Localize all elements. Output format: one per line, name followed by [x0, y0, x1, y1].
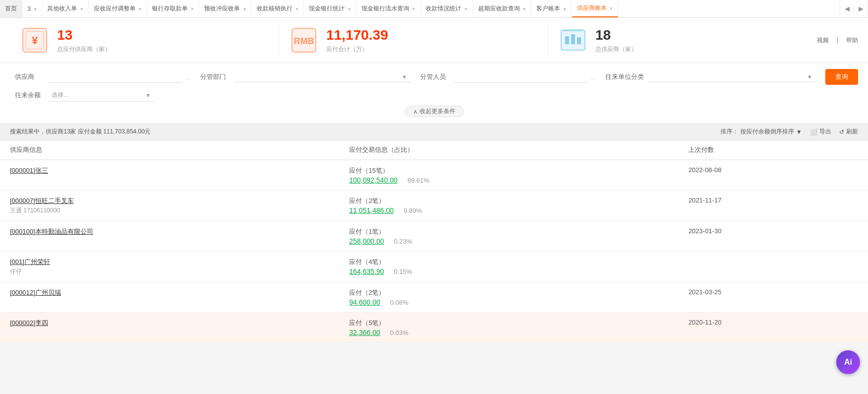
nav-cash-bank-flow-label: 现金银行流水查询	[362, 4, 409, 13]
tx-label-2: 应付（2笔）	[349, 197, 688, 205]
filter-person: 分管人员 ...	[415, 71, 600, 83]
tx-percent-5: 0.08%	[390, 299, 408, 306]
supplier-link-4[interactable]: [001]广州荣轩	[10, 258, 349, 266]
person-input[interactable]	[454, 71, 588, 83]
result-actions: 排序： 按应付余额倒序排序 ▼ ⬜ 导出 ↺ 刷新	[721, 128, 858, 136]
nav-receipt-stat-close[interactable]: ×	[464, 6, 467, 12]
table-row: [001]广州荣轩 仔仔 应付（4笔） 164,635.90 0.15%	[0, 252, 868, 282]
nav-receipt-verify-close[interactable]: ×	[295, 6, 298, 12]
nav-prev-arrow[interactable]: ◀	[840, 0, 854, 18]
nav-ar-ap-adjust-close[interactable]: ×	[139, 6, 142, 12]
nav-tab3[interactable]: 3 ×	[22, 0, 42, 17]
table-header: 供应商信息 应付交易信息（占比） 上次付数	[0, 140, 868, 160]
supplier-sub-2: 王通 17106110000	[10, 206, 349, 215]
tx-amount-2[interactable]: 11,051,486.00	[349, 206, 394, 214]
category-select[interactable]: ▼	[648, 72, 815, 82]
tx-cell-5: 应付（2笔） 94,600.00 0.08%	[349, 288, 688, 306]
supplier-cell-3: [000100]本特勤油品有限公司	[10, 227, 349, 237]
nav-prepay-ar-close[interactable]: ×	[243, 6, 246, 12]
nav-cash-bank-stat[interactable]: 现金银行统计 ×	[304, 0, 356, 17]
sort-select[interactable]: 排序： 按应付余额倒序排序 ▼	[721, 128, 802, 136]
nav-receipt-stat[interactable]: 收款情况统计 ×	[421, 0, 473, 17]
balance-select[interactable]: 选择... ▼	[49, 89, 154, 102]
nav-customer-ledger-close[interactable]: ×	[563, 6, 566, 12]
help-link[interactable]: 帮助	[846, 36, 858, 45]
nav-prepay-ar[interactable]: 预收冲应收单 ×	[199, 0, 251, 17]
dept-dropdown-arrow: ▼	[402, 74, 407, 80]
svg-rect-6	[565, 36, 569, 44]
svg-rect-7	[571, 34, 575, 44]
refresh-action[interactable]: ↺ 刷新	[839, 128, 858, 136]
balance-select-text: 选择...	[52, 91, 69, 99]
nav-overdue-ar-close[interactable]: ×	[523, 6, 526, 12]
tx-amount-3[interactable]: 258,000.00	[349, 237, 384, 245]
collapse-button[interactable]: ∧ 收起更多条件	[405, 106, 464, 117]
nav-other-income-label: 其他收入单	[47, 4, 77, 13]
tx-amount-1[interactable]: 100,092,540.00	[349, 176, 397, 184]
payable-total-icon: RMB	[289, 25, 319, 55]
nav-bank-deposit-close[interactable]: ×	[191, 6, 194, 12]
last-pay-6: 2020-11-20	[688, 319, 858, 326]
nav-next-arrow[interactable]: ▶	[854, 0, 868, 18]
tx-percent-2: 9.89%	[404, 207, 422, 214]
payable-total-label: 应付合计（万）	[326, 45, 538, 54]
balance-label: 往来余额	[15, 91, 45, 100]
filter-dept: 分管部门 ▼	[195, 72, 415, 82]
nav-supplier-ledger[interactable]: 供应商账本 ×	[572, 0, 618, 17]
person-dots[interactable]: ...	[590, 73, 595, 81]
tx-cell-2: 应付（2笔） 11,051,486.00 9.89%	[349, 197, 688, 214]
supplier-link-1[interactable]: [000001]张三	[10, 166, 349, 175]
nav-overdue-ar[interactable]: 超期应收款查询 ×	[473, 0, 531, 17]
tx-label-6: 应付（5笔）	[349, 319, 688, 328]
payable-total-number: 11,170.39	[326, 27, 538, 44]
person-label: 分管人员	[420, 72, 450, 81]
supplier-link-6[interactable]: [000002]李四	[10, 319, 349, 328]
nav-home[interactable]: 首页	[0, 0, 22, 17]
nav-other-income-close[interactable]: ×	[80, 6, 83, 12]
video-link[interactable]: 视频	[817, 36, 829, 45]
nav-ar-ap-adjust-label: 应收应付调整单	[94, 4, 136, 13]
nav-receipt-verify[interactable]: 收款核销执行 ×	[252, 0, 304, 17]
nav-bank-deposit[interactable]: 银行存取款单 ×	[147, 0, 199, 17]
supplier-cell-5: [000012]广州贝瑞	[10, 288, 349, 298]
category-dropdown-arrow: ▼	[807, 74, 812, 80]
nav-other-income[interactable]: 其他收入单 ×	[42, 0, 88, 17]
svg-rect-8	[577, 37, 581, 44]
tx-amount-4[interactable]: 164,635.90	[349, 267, 384, 275]
collapse-arrow-icon: ∧	[413, 108, 418, 115]
dept-select[interactable]: ▼	[234, 72, 410, 82]
refresh-label: 刷新	[846, 128, 858, 136]
tx-amount-6[interactable]: 32,366.00	[349, 328, 380, 336]
nav-supplier-ledger-close[interactable]: ×	[610, 5, 613, 11]
query-button[interactable]: 查询	[825, 69, 858, 85]
payable-suppliers-label: 总应付供应商（家）	[57, 45, 269, 54]
table-row: [000100]本特勤油品有限公司 应付（1笔） 258,000.00 0.23…	[0, 221, 868, 252]
supplier-link-2[interactable]: [000007]恒旺二手叉车	[10, 197, 349, 205]
col-last-pay: 上次付数	[688, 145, 858, 154]
export-action[interactable]: ⬜ 导出	[810, 128, 831, 136]
tx-row-5: 94,600.00 0.08%	[349, 297, 688, 306]
nav-ar-ap-adjust[interactable]: 应收应付调整单 ×	[89, 0, 147, 17]
tx-label-4: 应付（4笔）	[349, 258, 688, 266]
summary-info-total-suppliers: 18 总供应商（家）	[595, 27, 807, 54]
tx-amount-5[interactable]: 94,600.00	[349, 298, 380, 306]
tx-percent-3: 0.23%	[394, 238, 412, 245]
supplier-input[interactable]	[49, 71, 183, 83]
supplier-dots[interactable]: ...	[185, 73, 190, 81]
supplier-link-3[interactable]: [000100]本特勤油品有限公司	[10, 227, 349, 236]
top-nav: 首页 3 × 其他收入单 × 应收应付调整单 × 银行存取款单 × 预收冲应收单…	[0, 0, 868, 18]
nav-customer-ledger[interactable]: 客户账本 ×	[531, 0, 572, 17]
nav-tab3-close[interactable]: ×	[34, 6, 37, 12]
nav-cash-bank-flow-close[interactable]: ×	[412, 6, 415, 12]
nav-cash-bank-stat-close[interactable]: ×	[348, 6, 351, 12]
col-tx-info: 应付交易信息（占比）	[349, 145, 688, 154]
nav-cash-bank-flow[interactable]: 现金银行流水查询 ×	[357, 0, 421, 17]
table-row: [000001]张三 应付（15笔） 100,092,540.00 89.61%…	[0, 160, 868, 191]
last-pay-2: 2021-11-17	[688, 197, 858, 204]
tx-row-2: 11,051,486.00 9.89%	[349, 205, 688, 214]
nav-tab3-label: 3	[27, 5, 31, 12]
supplier-link-5[interactable]: [000012]广州贝瑞	[10, 288, 349, 297]
tx-label-1: 应付（15笔）	[349, 166, 688, 175]
payable-suppliers-icon: ¥	[20, 25, 50, 55]
svg-text:¥: ¥	[32, 34, 38, 47]
